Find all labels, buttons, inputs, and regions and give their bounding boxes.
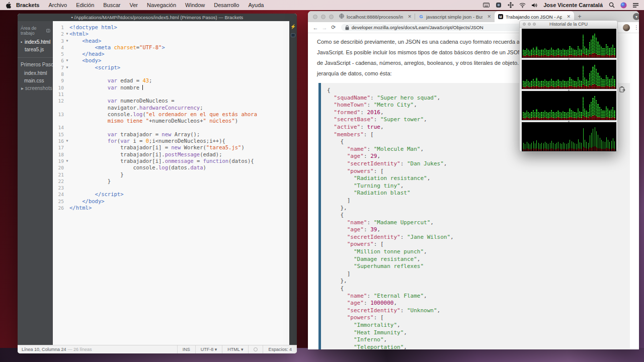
app-status-icon[interactable] xyxy=(495,2,502,9)
code-line[interactable]: 14 xyxy=(53,124,289,131)
code-line[interactable]: 4 <meta charset="UTF-8"> xyxy=(53,44,289,51)
code-line[interactable]: 12 var numeroDeNucleos = xyxy=(53,98,289,104)
keyboard-icon[interactable] xyxy=(483,2,490,9)
indent-setting[interactable]: Espacios: 4 xyxy=(263,345,297,353)
split-view-icon[interactable] xyxy=(46,29,50,33)
wifi-icon[interactable] xyxy=(519,2,526,9)
project-file-index.html[interactable]: index.html xyxy=(18,69,53,77)
window-minimize-button[interactable] xyxy=(321,15,326,19)
browser-menu-icon[interactable]: ⋮ xyxy=(634,25,639,30)
move-arrows-icon[interactable] xyxy=(507,2,514,9)
code-line[interactable]: 24 </script> xyxy=(53,191,289,198)
code-line[interactable]: 11 xyxy=(53,91,289,98)
code-line[interactable]: 16▼ for(var i = 0;i<numeroDeNucleos;i++)… xyxy=(53,138,289,144)
tab-close-icon[interactable]: ✕ xyxy=(487,14,491,19)
lint-status[interactable] xyxy=(248,345,263,353)
code-line[interactable]: 13 console.log("el ordenador en el que e… xyxy=(53,111,289,118)
apple-menu-icon[interactable] xyxy=(5,2,12,9)
cpu-zoom-button[interactable] xyxy=(533,23,536,26)
code-line[interactable]: 23 xyxy=(53,185,289,191)
window-zoom-button[interactable] xyxy=(329,15,334,19)
code-text: </script> xyxy=(69,191,123,198)
code-line[interactable]: 26</html> xyxy=(53,205,289,211)
tab-2[interactable]: Gjavascript simple json - Buscar✕ xyxy=(415,11,495,22)
fold-arrow-icon[interactable]: ▼ xyxy=(65,138,69,144)
project-file-screenshots[interactable]: ▸ screenshots xyxy=(18,84,53,92)
reload-button[interactable]: ⟳ xyxy=(329,24,338,31)
profile-avatar[interactable] xyxy=(623,24,630,31)
downloads-indicator[interactable]: ▾ xyxy=(633,13,639,20)
brackets-title-bar[interactable]: • /Applications/MAMP/htdocs/procesos/ind… xyxy=(18,14,297,21)
code-line[interactable]: navigator.hardwareConcurrency; xyxy=(53,105,289,111)
menu-item-navegación[interactable]: Navegación xyxy=(142,2,181,8)
fold-arrow-icon[interactable]: ▼ xyxy=(65,158,69,164)
working-file-tarea5.js[interactable]: tarea5.js xyxy=(18,46,53,53)
language-selector[interactable]: HTML ▾ xyxy=(222,345,248,353)
window-close-button[interactable] xyxy=(313,15,317,19)
code-line[interactable]: 15 var trabajador = new Array(); xyxy=(53,131,289,138)
cpu-close-button[interactable] xyxy=(523,23,526,26)
code-line[interactable]: 7▼ <script> xyxy=(53,64,289,71)
code-line[interactable]: 18 trabajador[i].postMessage(edad); xyxy=(53,151,289,158)
code-line[interactable]: 21 } xyxy=(53,171,289,178)
cpu-user-segment xyxy=(596,100,597,116)
menu-item-edición[interactable]: Edición xyxy=(71,2,99,8)
code-line[interactable]: mismo tiene "+numeroDeNucleos+" núcleos"… xyxy=(53,118,289,124)
volume-icon[interactable] xyxy=(531,2,538,9)
fold-arrow-icon[interactable]: ▼ xyxy=(65,38,69,44)
code-line[interactable]: 2▼<html> xyxy=(53,31,289,37)
cpu-system-segment xyxy=(594,53,595,57)
spotlight-search-icon[interactable] xyxy=(608,2,615,9)
fold-arrow-icon[interactable]: ▼ xyxy=(65,64,69,71)
tab-1[interactable]: localhost:8888/procesos/inde✕ xyxy=(336,11,415,22)
back-button[interactable]: ← xyxy=(311,25,320,31)
extension-manager-icon[interactable] xyxy=(291,33,295,37)
menu-bar-username[interactable]: Jose Vicente Carratalá xyxy=(543,2,603,8)
live-preview-icon[interactable]: ⚡ xyxy=(290,24,296,29)
panel-resize-dot[interactable] xyxy=(568,89,570,91)
code-line[interactable]: 20 console.log(datos.data) xyxy=(53,164,289,171)
code-line[interactable]: 3▼ <head> xyxy=(53,38,289,44)
menu-item-buscar[interactable]: Buscar xyxy=(99,2,125,8)
code-line[interactable]: 19▼ trabajador[i].onmessage = function(d… xyxy=(53,158,289,164)
menu-item-ver[interactable]: Ver xyxy=(125,2,143,8)
new-tab-button[interactable]: + xyxy=(576,13,584,21)
notification-center-icon[interactable] xyxy=(632,2,639,9)
cpu-bar xyxy=(602,92,603,120)
code-line[interactable]: 1<!doctype html> xyxy=(53,24,289,31)
encoding-selector[interactable]: UTF-8 ▾ xyxy=(195,345,222,353)
copy-code-icon[interactable] xyxy=(619,85,625,95)
code-line[interactable]: 9 var edad = 43; xyxy=(53,77,289,84)
cpu-user-segment xyxy=(566,50,567,55)
code-line[interactable]: 8 xyxy=(53,71,289,77)
code-line[interactable]: 22 } xyxy=(53,178,289,185)
fold-arrow-icon[interactable]: ▼ xyxy=(65,57,69,64)
fold-arrow-icon[interactable]: ▼ xyxy=(65,31,69,37)
panel-resize-dot[interactable] xyxy=(568,121,570,122)
cpu-window-title-bar[interactable]: Historial de la CPU xyxy=(520,21,617,28)
panel-resize-dot[interactable] xyxy=(568,58,570,60)
cpu-bar xyxy=(531,92,532,120)
tab-close-icon[interactable]: ✕ xyxy=(408,14,412,19)
insert-mode-indicator[interactable]: INS xyxy=(177,345,195,353)
menu-item-desarrollo[interactable]: Desarrollo xyxy=(209,2,244,8)
cpu-minimize-button[interactable] xyxy=(528,23,531,26)
tab-close-icon[interactable]: ✕ xyxy=(567,14,571,19)
menu-item-window[interactable]: Window xyxy=(181,2,209,8)
code-line[interactable]: 5 </head> xyxy=(53,51,289,57)
code-line[interactable]: 17 trabajador[i] = new Worker("tarea5.js… xyxy=(53,144,289,151)
menu-item-ayuda[interactable]: Ayuda xyxy=(244,2,268,8)
code-line[interactable]: 10 var nombre xyxy=(53,84,289,91)
menu-item-brackets[interactable]: Brackets xyxy=(12,2,44,8)
cpu-user-segment xyxy=(601,46,602,55)
code-line[interactable]: 6▼ <body> xyxy=(53,57,289,64)
menu-item-archivo[interactable]: Archivo xyxy=(44,2,71,8)
forward-button[interactable]: → xyxy=(320,25,329,31)
code-line[interactable]: 25 </body> xyxy=(53,198,289,205)
working-file-index5.html[interactable]: •index5.html xyxy=(18,38,53,46)
json-code-line: "Radiation blast" xyxy=(327,190,624,197)
code-editor[interactable]: 1<!doctype html>2▼<html>3▼ <head>4 <meta… xyxy=(53,21,289,345)
project-file-main.css[interactable]: main.css xyxy=(18,77,53,84)
project-name[interactable]: Primeros Pasos ▾ xyxy=(18,61,53,69)
siri-icon[interactable] xyxy=(620,2,627,9)
